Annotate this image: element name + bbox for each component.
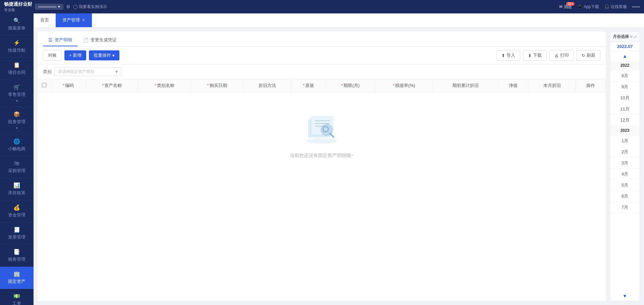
sidebar-label-ecom: 小畅电商 [8, 146, 25, 152]
tax-icon: 📑 [13, 249, 20, 255]
user-menu[interactable]: ▪▪▪▪▪▪ [632, 4, 640, 9]
subtab-detail[interactable]: ☰ 资产明细 [43, 35, 77, 46]
add-button[interactable]: + 新增 [64, 50, 86, 60]
sidebar-label-tax: 税务管理 [8, 256, 25, 262]
month-item[interactable]: 6月 [610, 191, 640, 202]
select-all-checkbox[interactable] [42, 83, 46, 87]
sidebar-label-project: 项目合同 [8, 69, 25, 75]
month-item[interactable]: 10月 [610, 93, 640, 104]
top-bar: 畅捷通好业财 专业版 ▪▪▪▪▪▪▪▪▪▪▪▪▪▪ ▾ ⚙ ◯ 我要看实例演示 … [0, 0, 644, 13]
month-list: 20228月9月10月11月12月20231月2月3月4月5月6月7月 [610, 61, 640, 291]
app-download-button[interactable]: 📱 App下载 [577, 4, 599, 10]
salary-icon: 💵 [13, 293, 20, 299]
empty-state: 当前您还没有固定资产明细哦~ [38, 92, 606, 179]
detail-icon: ☰ [48, 37, 53, 43]
download-button[interactable]: ⬇ 下载 [523, 50, 547, 61]
month-item[interactable]: 4月 [610, 169, 640, 180]
col-method: 折旧方法 [243, 79, 291, 92]
sidebar-item-inventory[interactable]: 📊库存核算 [0, 178, 34, 200]
company-selector[interactable]: ▪▪▪▪▪▪▪▪▪▪▪▪▪▪ ▾ [35, 4, 63, 10]
sidebar-item-retail[interactable]: 🛒零售管理▾ [0, 80, 34, 107]
main-layout: 🔍搜索菜单⚡快捷导航📋项目合同🛒零售管理▾📦批发管理▾🌐小畅电商🛍采购管理📊库存… [0, 13, 644, 305]
month-item[interactable]: 9月 [610, 82, 640, 93]
sidebar-item-purchase[interactable]: 🛍采购管理 [0, 156, 34, 178]
month-item[interactable]: 12月 [610, 115, 640, 126]
month-item[interactable]: 1月 [610, 136, 640, 147]
col-original: *原值 [291, 79, 326, 92]
project-icon: 📋 [13, 62, 20, 68]
month-panel: 月份选择 ✕ ⤢ 2022.07 ▲ 20228月9月10月11月12月2023… [610, 32, 640, 301]
sidebar-label-salary: 工资 [12, 301, 21, 305]
sidebar-label-inventory: 库存核算 [8, 190, 25, 196]
logo: 畅捷通好业财 专业版 [4, 1, 32, 12]
subtab-voucher[interactable]: 📄 变更生成凭证 [77, 35, 122, 46]
col-checkbox [38, 79, 51, 92]
category-select[interactable]: 请选择固定资产类别 ▾ [54, 67, 121, 76]
sidebar-label-retail: 零售管理 [8, 92, 25, 98]
svg-point-0 [307, 138, 337, 144]
col-accumulated: 期初累计折旧 [433, 79, 498, 92]
content-area: 首页 资产管理 ✕ ☰ 资产明细 📄 变更生成凭证 [34, 13, 644, 305]
retail-icon: 🛒 [13, 84, 20, 90]
col-code: *编码 [51, 79, 86, 92]
online-service-button[interactable]: 🎧 在线客服 [604, 4, 627, 10]
sidebar-item-finance[interactable]: 💰资金管理 [0, 200, 34, 222]
tab-asset[interactable]: 资产管理 ✕ [56, 13, 92, 27]
sidebar-item-project[interactable]: 📋项目合同 [0, 58, 34, 80]
purchase-icon: 🛍 [14, 160, 19, 166]
sidebar-item-tax[interactable]: 📑税务管理 [0, 245, 34, 267]
message-button[interactable]: ✉ 消息 99+ [559, 4, 572, 10]
sidebar: 🔍搜索菜单⚡快捷导航📋项目合同🛒零售管理▾📦批发管理▾🌐小畅电商🛍采购管理📊库存… [0, 13, 34, 305]
asset-table: *编码 *资产名称 *类别名称 *购买日期 折旧方法 *原值 *期限(月) *残… [38, 79, 606, 92]
sidebar-item-search[interactable]: 🔍搜索菜单 [0, 13, 34, 36]
sidebar-label-purchase: 采购管理 [8, 168, 25, 174]
col-residual: *残值率(%) [375, 79, 433, 92]
filter-label: 类别 [43, 69, 52, 75]
month-item[interactable]: 2月 [610, 147, 640, 158]
sidebar-item-fixedasset[interactable]: 🏢固定资产 [0, 267, 34, 289]
month-nav-down-btn[interactable]: ▼ [621, 293, 629, 299]
main-panel: ☰ 资产明细 📄 变更生成凭证 对账 + 新增 批量操作 ▾ [38, 32, 606, 301]
close-month-panel-icon[interactable]: ✕ [630, 35, 633, 39]
month-item[interactable]: 8月 [610, 70, 640, 82]
refresh-button[interactable]: ↻ 刷新 [577, 50, 600, 61]
month-item[interactable]: 11月 [610, 104, 640, 115]
sidebar-label-quicknav: 快捷导航 [8, 47, 25, 53]
sidebar-item-batch[interactable]: 📦批发管理▾ [0, 107, 34, 134]
month-nav-down: ▼ [610, 291, 640, 301]
col-category: *类别名称 [138, 79, 191, 92]
sidebar-label-invoice: 发票管理 [8, 234, 25, 240]
match-button[interactable]: 对账 [43, 50, 62, 61]
tab-bar: 首页 资产管理 ✕ [34, 13, 644, 28]
message-badge: 99+ [566, 2, 575, 6]
expand-month-panel-icon[interactable]: ⤢ [634, 35, 637, 39]
sidebar-item-salary[interactable]: 💵工资 [0, 289, 34, 305]
month-item[interactable]: 5月 [610, 180, 640, 191]
month-item[interactable]: 7月 [610, 202, 640, 213]
tab-close-icon[interactable]: ✕ [82, 18, 85, 22]
print-button[interactable]: 🖨 打印 [549, 50, 574, 61]
quicknav-icon: ⚡ [13, 40, 20, 46]
settings-icon[interactable]: ⚙ [66, 4, 70, 9]
month-item[interactable]: 3月 [610, 158, 640, 169]
tab-home[interactable]: 首页 [34, 13, 56, 27]
sidebar-item-invoice[interactable]: 🧾发票管理 [0, 222, 34, 245]
top-bar-left: 畅捷通好业财 专业版 ▪▪▪▪▪▪▪▪▪▪▪▪▪▪ ▾ ⚙ ◯ 我要看实例演示 [4, 1, 107, 12]
sub-tabs: ☰ 资产明细 📄 变更生成凭证 [38, 32, 606, 47]
inventory-icon: 📊 [13, 182, 20, 189]
month-nav-up-btn[interactable]: ▲ [621, 53, 629, 59]
sidebar-label-fixedasset: 固定资产 [8, 278, 25, 285]
year-2023-label: 2023 [610, 126, 640, 136]
empty-text: 当前您还没有固定资产明细哦~ [290, 153, 354, 159]
demo-link[interactable]: ◯ 我要看实例演示 [73, 4, 107, 10]
sidebar-item-ecom[interactable]: 🌐小畅电商 [0, 134, 34, 156]
sidebar-label-batch: 批发管理 [8, 119, 25, 125]
col-monthdepr: 本月折旧 [528, 79, 576, 92]
sidebar-item-quicknav[interactable]: ⚡快捷导航 [0, 36, 34, 58]
top-bar-right: ✉ 消息 99+ 📱 App下载 🎧 在线客服 ▪▪▪▪▪▪ [559, 4, 640, 10]
invoice-icon: 🧾 [13, 226, 20, 233]
batch-button[interactable]: 批量操作 ▾ [89, 50, 119, 60]
col-buydate: *购买日期 [191, 79, 244, 92]
toolbar: 对账 + 新增 批量操作 ▾ ⬆ 导入 ⬇ 下载 [38, 47, 606, 64]
import-button[interactable]: ⬆ 导入 [496, 50, 520, 61]
